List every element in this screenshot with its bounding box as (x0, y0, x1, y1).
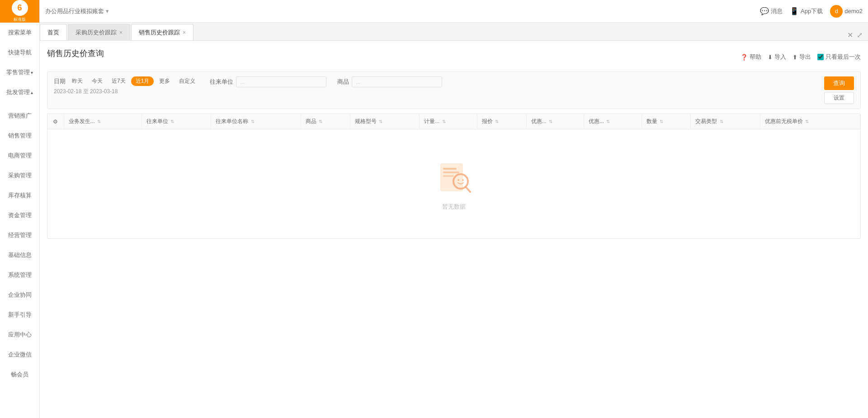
sidebar-item-finance[interactable]: 资金管理 (0, 205, 39, 225)
sidebar-item-enterprise[interactable]: 企业协同 (0, 285, 39, 305)
svg-line-5 (466, 187, 470, 192)
sidebar-item-sales[interactable]: 销售管理 (0, 126, 39, 146)
sidebar-item-inventory[interactable]: 库存核算 (0, 185, 39, 205)
sidebar-item-shortcut[interactable]: 快捷导航 (0, 43, 39, 62)
gear-icon: ⚙ (53, 119, 58, 125)
help-button[interactable]: ❓ 帮助 (741, 52, 761, 62)
sidebar-item-search[interactable]: 搜索菜单 (0, 23, 39, 43)
date-custom[interactable]: 自定义 (175, 76, 199, 86)
page-title: 销售历史价查询 (47, 48, 104, 59)
sidebar-item-purchase[interactable]: 采购管理 (0, 166, 39, 185)
tab-close-purchase[interactable]: × (119, 29, 123, 36)
th-gear[interactable]: ⚙ (47, 114, 64, 129)
sidebar-item-retail[interactable]: 零售管理 ▾ (0, 62, 39, 82)
th-pretax-price[interactable]: 优惠前无税单价 ⇅ (760, 114, 860, 129)
user-profile[interactable]: d demo2 (830, 5, 863, 18)
download-icon: 📱 (790, 7, 799, 15)
title-dropdown-icon[interactable]: ▾ (106, 8, 109, 14)
sidebar-item-wechat[interactable]: 企业微信 (0, 345, 39, 365)
message-icon: 💬 (760, 7, 769, 15)
logo-text: 标准版 (14, 17, 26, 23)
th-qty[interactable]: 数量 ⇅ (642, 114, 691, 129)
message-button[interactable]: 💬 消息 (760, 7, 783, 15)
svg-rect-2 (443, 171, 459, 173)
sort-icon: ⇅ (549, 119, 552, 124)
th-discount1[interactable]: 优惠... ⇅ (526, 114, 584, 129)
tab-home[interactable]: 首页 (40, 24, 67, 40)
logo-icon: 6 (12, 0, 28, 16)
sidebar-logo: 6 标准版 (0, 0, 39, 23)
sidebar-item-guide[interactable]: 新手引导 (0, 305, 39, 325)
sort-icon: ⇅ (97, 119, 101, 124)
sidebar-item-member[interactable]: 畅会员 (0, 365, 39, 385)
sort-icon: ⇅ (720, 119, 723, 124)
svg-point-6 (458, 179, 459, 181)
date-today[interactable]: 今天 (88, 76, 106, 86)
tab-close-sales[interactable]: × (183, 29, 186, 36)
data-table: ⚙ 业务发生... ⇅ 往来单位 ⇅ 往来单位名称 ⇅ (47, 114, 860, 238)
sidebar-item-apps[interactable]: 应用中心 (0, 325, 39, 345)
empty-state: 暂无数据 (47, 129, 860, 238)
sort-icon: ⇅ (660, 119, 663, 124)
date-options: 昨天 今天 近7天 近1月 更多 自定义 (68, 76, 199, 86)
only-last-checkbox[interactable]: 只看最后一次 (817, 53, 861, 61)
th-unit[interactable]: 计量... ⇅ (420, 114, 477, 129)
svg-rect-0 (440, 163, 463, 191)
svg-rect-1 (443, 168, 457, 170)
table-header-row: ⚙ 业务发生... ⇅ 往来单位 ⇅ 往来单位名称 ⇅ (47, 114, 860, 129)
tab-bar: 首页 采购历史价跟踪 × 销售历史价跟踪 × ✕ ⤢ (40, 23, 868, 41)
only-last-input[interactable] (817, 54, 824, 60)
empty-text: 暂无数据 (442, 203, 466, 211)
sort-icon: ⇅ (319, 119, 322, 124)
sort-icon: ⇅ (379, 119, 382, 124)
customer-filter-label: 往来单位 (210, 78, 233, 86)
date-7days[interactable]: 近7天 (108, 76, 129, 86)
th-biz-date[interactable]: 业务发生... ⇅ (64, 114, 142, 129)
settings-button[interactable]: 设置 (824, 92, 854, 104)
query-button[interactable]: 查询 (824, 76, 854, 90)
sidebar: 6 标准版 搜索菜单 快捷导航 零售管理 ▾ 批发管理 ▴ 营销推广 销售管理 … (0, 0, 40, 418)
data-table-wrap: ⚙ 业务发生... ⇅ 往来单位 ⇅ 往来单位名称 ⇅ (47, 114, 861, 239)
th-quote[interactable]: 报价 ⇅ (477, 114, 526, 129)
tab-purchase[interactable]: 采购历史价跟踪 × (68, 24, 130, 40)
svg-point-7 (462, 179, 464, 181)
goods-input[interactable]: ... (352, 76, 442, 87)
avatar: d (830, 5, 843, 18)
sidebar-item-basic[interactable]: 基础信息 (0, 245, 39, 265)
date-yesterday[interactable]: 昨天 (68, 76, 86, 86)
sidebar-item-wholesale[interactable]: 批发管理 ▴ (0, 82, 39, 102)
th-spec[interactable]: 规格型号 ⇅ (350, 114, 420, 129)
sort-icon: ⇅ (251, 119, 255, 124)
sidebar-item-marketing[interactable]: 营销推广 (0, 106, 39, 126)
th-goods[interactable]: 商品 ⇅ (301, 114, 350, 129)
app-title: 办公用品行业模拟账套 ▾ (45, 7, 753, 15)
tab-sales[interactable]: 销售历史价跟踪 × (131, 24, 193, 40)
tab-expand-icon[interactable]: ⤢ (857, 31, 863, 39)
th-partner-code[interactable]: 往来单位 ⇅ (142, 114, 211, 129)
import-button[interactable]: ⬇ 导入 (768, 52, 786, 62)
tab-close-all-icon[interactable]: ✕ (847, 31, 853, 39)
export-button[interactable]: ⬆ 导出 (793, 52, 811, 62)
th-trade-type[interactable]: 交易类型 ⇅ (691, 114, 760, 129)
th-partner-name[interactable]: 往来单位名称 ⇅ (211, 114, 301, 129)
empty-row: 暂无数据 (47, 129, 860, 238)
sort-icon: ⇅ (495, 119, 499, 124)
empty-icon (431, 157, 476, 197)
sidebar-item-system[interactable]: 系统管理 (0, 265, 39, 285)
sidebar-item-operations[interactable]: 经营管理 (0, 225, 39, 245)
help-icon: ❓ (741, 54, 748, 61)
customer-input[interactable]: ... (236, 76, 326, 87)
main-area: 办公用品行业模拟账套 ▾ 💬 消息 📱 App下载 d demo2 首页 采购历… (40, 0, 868, 418)
empty-illustration (431, 157, 476, 197)
th-discount2[interactable]: 优惠... ⇅ (584, 114, 642, 129)
sidebar-item-ecom[interactable]: 电商管理 (0, 146, 39, 166)
export-icon: ⬆ (793, 54, 797, 61)
goods-filter-label: 商品 (337, 78, 349, 86)
date-1month[interactable]: 近1月 (131, 76, 154, 86)
import-icon: ⬇ (768, 54, 773, 61)
sidebar-divider (0, 102, 39, 106)
tab-actions: ✕ ⤢ (847, 31, 868, 40)
date-more[interactable]: 更多 (156, 76, 174, 86)
sort-icon: ⇅ (442, 119, 446, 124)
app-download-button[interactable]: 📱 App下载 (790, 7, 823, 15)
